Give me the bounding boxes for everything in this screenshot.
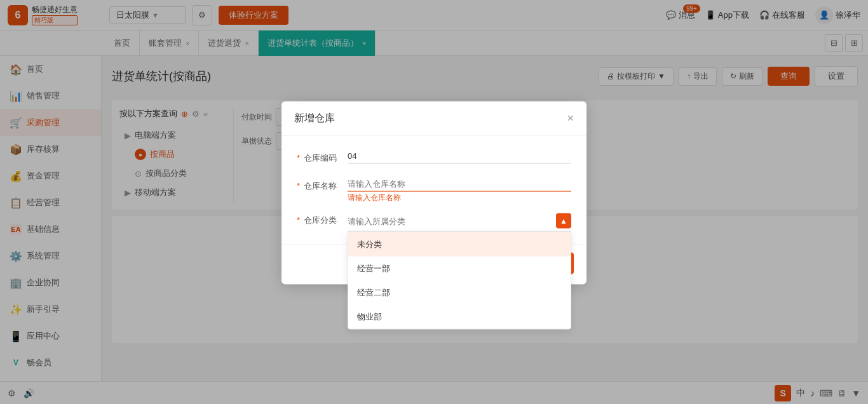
category-input[interactable] — [348, 216, 556, 226]
name-label: * 仓库名称 — [297, 177, 348, 192]
code-label: * 仓库编码 — [297, 149, 348, 164]
category-dropdown: 未分类 经营一部 经营二部 物业部 — [348, 232, 571, 330]
modal-header: 新增仓库 × — [281, 102, 587, 136]
dropdown-item-dept2[interactable]: 经营二部 — [348, 281, 571, 305]
modal-body: * 仓库编码 * 仓库名称 请输入仓库名称 * 仓库分类 ▲ — [281, 136, 587, 245]
code-field-row: * 仓库编码 — [297, 149, 571, 164]
dropdown-item-dept1[interactable]: 经营一部 — [348, 257, 571, 281]
name-error-msg: 请输入仓库名称 — [348, 192, 401, 203]
category-label: * 仓库分类 — [297, 211, 348, 226]
name-input[interactable] — [348, 177, 571, 192]
new-warehouse-modal: 新增仓库 × * 仓库编码 * 仓库名称 请输入仓库名称 * 仓库分类 — [281, 102, 587, 285]
modal-title: 新增仓库 — [294, 112, 335, 125]
code-input[interactable] — [348, 149, 571, 164]
dropdown-item-property[interactable]: 物业部 — [348, 305, 571, 329]
chevron-up-icon[interactable]: ▲ — [556, 213, 571, 229]
name-field-row: * 仓库名称 请输入仓库名称 — [297, 177, 571, 192]
dropdown-item-uncategorized[interactable]: 未分类 — [348, 232, 571, 257]
category-field-row: * 仓库分类 ▲ 未分类 经营一部 经营二部 物业部 — [297, 211, 571, 232]
category-select[interactable]: ▲ — [348, 211, 571, 232]
modal-close-button[interactable]: × — [567, 112, 574, 125]
